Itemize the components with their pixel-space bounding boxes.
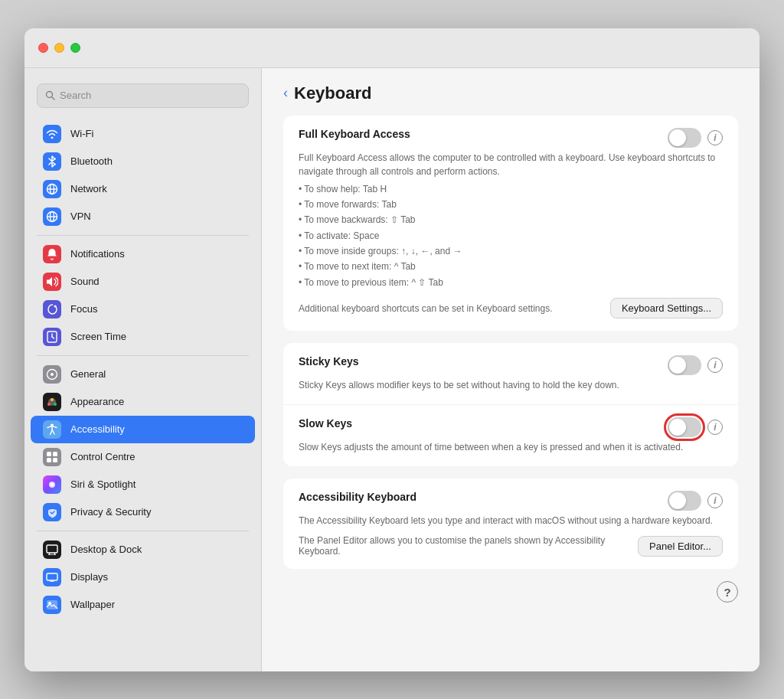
sidebar-label-displays: Displays (70, 571, 108, 583)
sidebar-item-focus[interactable]: Focus (31, 296, 255, 323)
help-button[interactable]: ? (717, 581, 738, 603)
sidebar-label-general: General (70, 368, 106, 380)
sound-icon (43, 273, 61, 291)
slow-keys-row: Slow Keys i Slow Keys adjusts the amount… (283, 405, 738, 466)
full-keyboard-access-title: Full Keyboard Access (299, 128, 410, 140)
svg-point-24 (51, 483, 54, 486)
slow-keys-desc: Slow Keys adjusts the amount of time bet… (299, 440, 723, 454)
sidebar-section-network: Wi-Fi Bluetooth (24, 120, 261, 230)
accessibility-keyboard-toggle[interactable] (668, 491, 701, 511)
sidebar-label-siri: Siri & Spotlight (70, 479, 136, 490)
sidebar-item-accessibility[interactable]: Accessibility (31, 416, 255, 443)
screentime-icon (43, 328, 61, 346)
title-bar (24, 28, 760, 68)
sidebar-item-privacy[interactable]: Privacy & Security (31, 498, 255, 526)
panel-editor-button[interactable]: Panel Editor... (638, 536, 723, 557)
desktop-icon (43, 541, 61, 559)
accessibility-keyboard-controls: i (668, 491, 723, 511)
sidebar-label-bluetooth: Bluetooth (70, 155, 113, 167)
sidebar-label-appearance: Appearance (70, 396, 124, 407)
sidebar-item-desktop[interactable]: Desktop & Dock (31, 536, 255, 563)
toggle-thumb (669, 129, 686, 146)
svg-rect-19 (47, 452, 51, 456)
siri-icon (43, 475, 61, 494)
sidebar-label-vpn: VPN (70, 211, 91, 222)
slow-keys-info[interactable]: i (707, 420, 723, 435)
sidebar-item-screentime[interactable]: Screen Time (31, 323, 255, 351)
accessibility-keyboard-top: Accessibility Keyboard i (299, 491, 723, 511)
full-keyboard-access-toggle[interactable] (668, 128, 701, 148)
sidebar-item-bluetooth[interactable]: Bluetooth (31, 148, 255, 175)
close-button[interactable] (38, 43, 48, 53)
full-keyboard-access-card: Full Keyboard Access i Full Keyboard Acc… (283, 116, 738, 332)
main-body: Full Keyboard Access i Full Keyboard Acc… (262, 116, 760, 625)
accessibility-keyboard-info[interactable]: i (707, 493, 723, 508)
full-keyboard-access-footer: Additional keyboard shortcuts can be set… (299, 298, 723, 318)
sidebar-item-vpn[interactable]: VPN (31, 203, 255, 230)
window-content: Search Wi-Fi (24, 68, 760, 671)
sidebar-divider-1 (37, 235, 249, 236)
sidebar-item-sound[interactable]: Sound (31, 268, 255, 296)
maximize-button[interactable] (70, 43, 80, 53)
wallpaper-icon (43, 596, 61, 614)
full-keyboard-access-bullets: • To show help: Tab H • To move forwards… (299, 181, 723, 291)
bullet-1: • To show help: Tab H (299, 181, 723, 197)
sidebar-item-wallpaper[interactable]: Wallpaper (31, 591, 255, 619)
sticky-keys-info[interactable]: i (707, 358, 723, 373)
sidebar-item-appearance[interactable]: Appearance (31, 388, 255, 416)
slow-keys-toggle[interactable] (668, 417, 701, 437)
vpn-icon (43, 207, 61, 226)
svg-point-15 (47, 403, 51, 406)
sidebar-section-prefs: General Appearance (24, 361, 261, 526)
sidebar-item-controlcentre[interactable]: Control Centre (31, 443, 255, 471)
wifi-icon (43, 125, 61, 143)
keys-card: Sticky Keys i Sticky Keys allows modifie… (283, 343, 738, 466)
svg-point-17 (54, 403, 57, 406)
bullet-7: • To move to previous item: ^ ⇧ Tab (299, 275, 723, 290)
toggle-thumb-ak (669, 492, 686, 509)
sidebar-section-system: Notifications Sound (24, 240, 261, 351)
keyboard-settings-button[interactable]: Keyboard Settings... (610, 298, 723, 318)
search-icon (45, 90, 55, 100)
sticky-keys-toggle[interactable] (668, 355, 701, 375)
sidebar-item-network[interactable]: Network (31, 175, 255, 203)
bluetooth-icon (43, 152, 61, 171)
main-content: ‹ Keyboard Full Keyboard Access i (262, 68, 760, 671)
toggle-thumb-slow (669, 419, 686, 436)
general-icon (43, 365, 61, 384)
search-box[interactable]: Search (37, 83, 249, 108)
bullet-3: • To move backwards: ⇧ Tab (299, 212, 723, 227)
sidebar-label-wifi: Wi-Fi (70, 128, 93, 139)
minimize-button[interactable] (54, 43, 64, 53)
slow-keys-title: Slow Keys (299, 417, 352, 430)
sidebar-item-general[interactable]: General (31, 361, 255, 388)
sticky-keys-controls: i (668, 355, 723, 375)
sidebar-label-focus: Focus (70, 303, 97, 315)
back-button[interactable]: ‹ (283, 85, 288, 101)
svg-rect-22 (53, 458, 57, 462)
svg-point-16 (51, 398, 54, 401)
sidebar-item-displays[interactable]: Displays (31, 563, 255, 591)
sidebar-item-siri[interactable]: Siri & Spotlight (31, 471, 255, 498)
traffic-lights (38, 43, 80, 53)
main-header: ‹ Keyboard (262, 68, 760, 116)
svg-rect-29 (47, 573, 57, 580)
accessibility-keyboard-desc: The Accessibility Keyboard lets you type… (299, 514, 723, 528)
sidebar-label-accessibility: Accessibility (70, 423, 125, 435)
slow-keys-top: Slow Keys i (299, 417, 723, 437)
svg-point-13 (51, 373, 54, 376)
displays-icon (43, 568, 61, 586)
search-container: Search (24, 77, 261, 120)
sidebar-item-wifi[interactable]: Wi-Fi (31, 120, 255, 148)
sidebar-item-notifications[interactable]: Notifications (31, 240, 255, 268)
sticky-keys-desc: Sticky Keys allows modifier keys to be s… (299, 378, 723, 392)
appearance-icon (43, 393, 61, 411)
sidebar-label-notifications: Notifications (70, 248, 125, 260)
notifications-icon (43, 245, 61, 263)
svg-point-8 (54, 305, 56, 307)
slow-keys-controls: i (668, 417, 723, 437)
sidebar-divider-3 (37, 531, 249, 531)
full-keyboard-access-info[interactable]: i (707, 130, 723, 145)
network-icon (43, 180, 61, 198)
toggle-thumb-sticky (669, 357, 686, 374)
